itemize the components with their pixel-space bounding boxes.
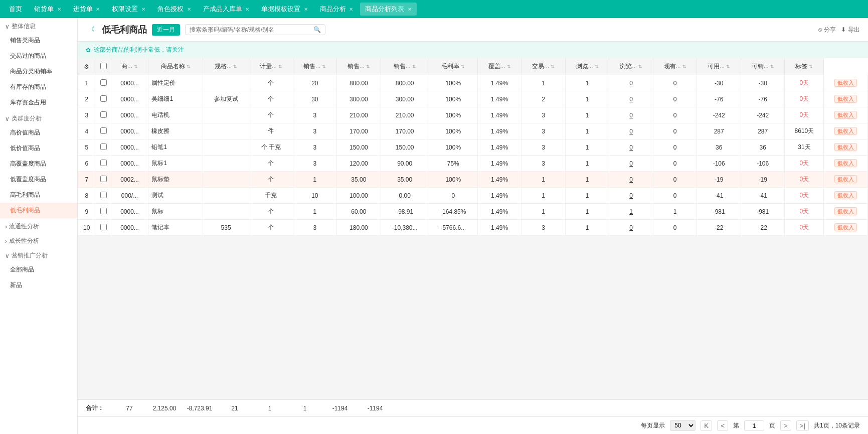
th-checkbox[interactable] (96, 58, 111, 75)
row-name[interactable]: 鼠标 (148, 204, 203, 220)
th-tag[interactable]: 标签⇅ (785, 58, 824, 75)
row-name[interactable]: 测试 (148, 188, 203, 204)
row-browse1[interactable]: 0 (609, 188, 653, 204)
th-name[interactable]: 商品名称⇅ (148, 58, 203, 75)
row-select-checkbox[interactable] (100, 208, 107, 214)
row-browse1[interactable]: 0 (609, 220, 653, 236)
row-select-checkbox[interactable] (100, 111, 107, 118)
close-sales-icon[interactable]: ✕ (57, 7, 61, 12)
nav-permissions[interactable]: 权限设置 ✕ (107, 3, 150, 16)
nav-home[interactable]: 首页 (4, 3, 27, 16)
sidebar-group-overview[interactable]: ∨ 整体信息 (0, 18, 77, 33)
sidebar-item-in-stock[interactable]: 有库存的商品 (0, 79, 77, 95)
close-analysis-icon[interactable]: ✕ (349, 7, 353, 12)
sidebar-group-growth[interactable]: › 成长性分析 (0, 233, 77, 247)
th-qty[interactable]: 销售...⇅ (293, 58, 337, 75)
row-name[interactable]: 属性定价 (148, 75, 203, 91)
row-select-checkbox[interactable] (100, 192, 107, 198)
row-checkbox[interactable] (96, 123, 111, 139)
row-select-checkbox[interactable] (100, 79, 107, 86)
nav-sales[interactable]: 销货单 ✕ (29, 3, 66, 16)
row-select-checkbox[interactable] (100, 95, 107, 102)
close-roles-icon[interactable]: ✕ (187, 7, 191, 12)
sidebar-item-all-products[interactable]: 全部商品 (0, 262, 77, 277)
row-browse1[interactable]: 0 (609, 123, 653, 139)
sidebar-item-sales-products[interactable]: 销售类商品 (0, 33, 77, 48)
row-select-checkbox[interactable] (100, 143, 107, 150)
th-spec[interactable]: 规格...⇅ (203, 58, 249, 75)
sidebar-item-low-margin[interactable]: 低毛利商品 (0, 203, 77, 218)
row-browse1[interactable]: 0 (609, 75, 653, 91)
th-trade[interactable]: 交易...⇅ (522, 58, 566, 75)
row-select-checkbox[interactable] (100, 160, 107, 166)
th-price[interactable]: 销售...⇅ (337, 58, 381, 75)
next-page-button[interactable]: > (780, 420, 791, 431)
export-button[interactable]: ⬇ 导出 (841, 26, 860, 34)
row-name[interactable]: 笔记本 (148, 220, 203, 236)
prev-page-button[interactable]: < (717, 420, 728, 431)
nav-analysis-list[interactable]: 商品分析列表 ✕ (360, 3, 417, 16)
sidebar-group-flow[interactable]: › 流通性分析 (0, 218, 77, 233)
row-checkbox[interactable] (96, 204, 111, 220)
first-page-button[interactable]: K (701, 420, 712, 431)
row-checkbox[interactable] (96, 91, 111, 107)
row-browse1[interactable]: 0 (609, 91, 653, 107)
sidebar-item-new-products[interactable]: 新品 (0, 277, 77, 293)
th-unit[interactable]: 计量...⇅ (249, 58, 293, 75)
th-available[interactable]: 可用...⇅ (697, 58, 741, 75)
nav-purchase[interactable]: 进货单 ✕ (68, 3, 105, 16)
row-checkbox[interactable] (96, 156, 111, 172)
row-checkbox[interactable] (96, 172, 111, 188)
th-code[interactable]: 商...⇅ (111, 58, 148, 75)
row-browse1[interactable]: 0 (609, 172, 653, 188)
close-permissions-icon[interactable]: ✕ (141, 7, 145, 12)
row-checkbox[interactable] (96, 75, 111, 91)
row-name[interactable]: 鼠标1 (148, 156, 203, 172)
row-checkbox[interactable] (96, 107, 111, 123)
close-products-icon[interactable]: ✕ (245, 7, 249, 12)
row-select-checkbox[interactable] (100, 176, 107, 182)
row-browse1[interactable]: 1 (609, 204, 653, 220)
date-filter-button[interactable]: 近一月 (152, 24, 180, 36)
page-number-input[interactable] (744, 420, 764, 431)
nav-analysis[interactable]: 商品分析 ✕ (315, 3, 359, 16)
row-browse1[interactable]: 0 (609, 156, 653, 172)
search-icon[interactable]: 🔍 (313, 26, 321, 33)
sidebar-item-high-value[interactable]: 高价值商品 (0, 125, 77, 140)
row-browse1[interactable]: 0 (609, 139, 653, 156)
select-all-checkbox[interactable] (100, 63, 107, 69)
row-name[interactable]: 吴细细1 (148, 91, 203, 107)
sidebar-item-high-margin[interactable]: 高毛利商品 (0, 187, 77, 203)
nav-templates[interactable]: 单据模板设置 ✕ (256, 3, 313, 16)
th-coverage[interactable]: 覆盖...⇅ (477, 58, 522, 75)
th-amount[interactable]: 销售...⇅ (381, 58, 429, 75)
sidebar-group-cluster[interactable]: ∨ 类群度分析 (0, 110, 77, 125)
sidebar-item-category-rate[interactable]: 商品分类助销率 (0, 64, 77, 79)
close-analysis-list-icon[interactable]: ✕ (408, 7, 412, 12)
row-checkbox[interactable] (96, 220, 111, 236)
row-checkbox[interactable] (96, 139, 111, 156)
th-browse2[interactable]: 浏览...⇅ (609, 58, 653, 75)
row-name[interactable]: 橡皮擦 (148, 123, 203, 139)
th-settings[interactable]: ⚙ (78, 58, 96, 75)
row-name[interactable]: 电话机 (148, 107, 203, 123)
sidebar-collapse-button[interactable]: 《 (86, 23, 97, 36)
row-browse1[interactable]: 0 (609, 107, 653, 123)
nav-products[interactable]: 产成品入库单 ✕ (198, 3, 255, 16)
row-select-checkbox[interactable] (100, 127, 107, 134)
share-button[interactable]: ⎋ 分享 (818, 26, 836, 34)
last-page-button[interactable]: >| (796, 420, 809, 431)
th-stock[interactable]: 现有...⇅ (653, 58, 697, 75)
row-checkbox[interactable] (96, 188, 111, 204)
page-size-select[interactable]: 50 100 200 (670, 420, 696, 431)
nav-roles[interactable]: 角色授权 ✕ (152, 3, 196, 16)
sidebar-item-low-value[interactable]: 低价值商品 (0, 140, 77, 156)
th-margin[interactable]: 毛利率⇅ (429, 58, 477, 75)
close-templates-icon[interactable]: ✕ (304, 7, 308, 12)
row-name[interactable]: 铅笔1 (148, 139, 203, 156)
sidebar-item-low-coverage[interactable]: 低覆盖度商品 (0, 172, 77, 187)
close-purchase-icon[interactable]: ✕ (96, 7, 100, 12)
sidebar-item-capital[interactable]: 库存资金占用 (0, 95, 77, 110)
sidebar-item-high-coverage[interactable]: 高覆盖度商品 (0, 156, 77, 172)
th-browse1[interactable]: 浏览...⇅ (565, 58, 609, 75)
